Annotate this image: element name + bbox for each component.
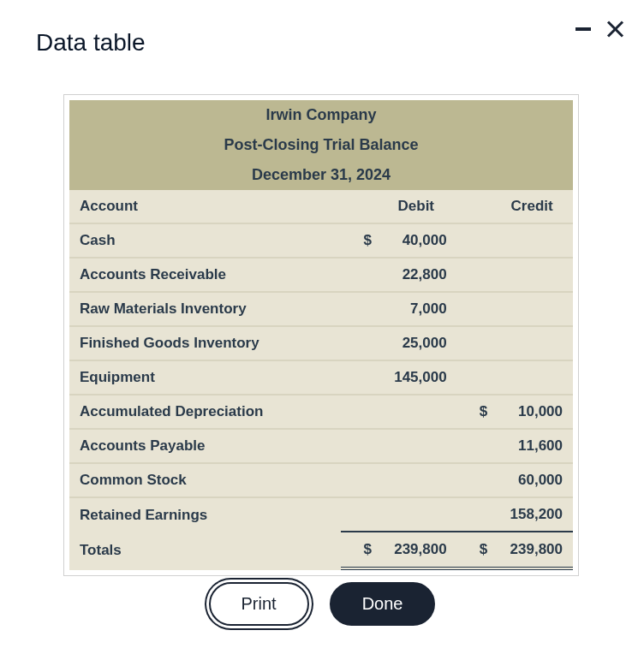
account-name: Common Stock — [69, 463, 341, 497]
table-header-company: Irwin Company — [69, 100, 573, 130]
debit-value: 7,000 — [375, 292, 457, 326]
print-button[interactable]: Print — [209, 582, 309, 626]
credit-value: 10,000 — [491, 395, 573, 429]
debit-symbol — [341, 395, 375, 429]
debit-value: 22,800 — [375, 258, 457, 292]
credit-symbol — [457, 326, 492, 360]
done-button[interactable]: Done — [330, 582, 436, 626]
debit-value — [375, 395, 457, 429]
table-row: Finished Goods Inventory 25,000 — [69, 326, 573, 360]
totals-credit: 239,800 — [491, 532, 573, 568]
account-name: Accounts Receivable — [69, 258, 341, 292]
debit-symbol — [341, 497, 375, 532]
table-row: Accumulated Depreciation $ 10,000 — [69, 395, 573, 429]
table-row: Common Stock 60,000 — [69, 463, 573, 497]
totals-debit-symbol: $ — [341, 532, 375, 568]
debit-value — [375, 463, 457, 497]
totals-row: Totals $ 239,800 $ 239,800 — [69, 532, 573, 568]
credit-symbol — [457, 223, 492, 258]
window-controls — [575, 21, 623, 38]
credit-symbol — [457, 292, 492, 326]
account-name: Equipment — [69, 360, 341, 395]
table-row: Retained Earnings 158,200 — [69, 497, 573, 532]
credit-value — [491, 258, 573, 292]
button-bar: Print Done — [0, 582, 644, 626]
table-row: Raw Materials Inventory 7,000 — [69, 292, 573, 326]
close-icon[interactable] — [606, 21, 623, 38]
report-name: Post-Closing Trial Balance — [69, 130, 573, 160]
debit-symbol — [341, 292, 375, 326]
table-row: Accounts Payable 11,600 — [69, 429, 573, 463]
debit-value: 40,000 — [375, 223, 457, 258]
credit-symbol: $ — [457, 395, 492, 429]
debit-value — [375, 429, 457, 463]
credit-value: 158,200 — [491, 497, 573, 532]
debit-value — [375, 497, 457, 532]
minimize-icon[interactable] — [575, 27, 591, 31]
account-name: Finished Goods Inventory — [69, 326, 341, 360]
debit-symbol — [341, 326, 375, 360]
account-name: Raw Materials Inventory — [69, 292, 341, 326]
credit-value — [491, 223, 573, 258]
credit-symbol — [457, 429, 492, 463]
account-name: Retained Earnings — [69, 497, 341, 532]
col-credit: Credit — [491, 190, 573, 223]
totals-debit: 239,800 — [375, 532, 457, 568]
debit-symbol — [341, 463, 375, 497]
debit-symbol — [341, 429, 375, 463]
credit-symbol — [457, 258, 492, 292]
debit-symbol: $ — [341, 223, 375, 258]
table-row: Equipment 145,000 — [69, 360, 573, 395]
report-date: December 31, 2024 — [69, 160, 573, 190]
table-header-date: December 31, 2024 — [69, 160, 573, 190]
company-name: Irwin Company — [69, 100, 573, 130]
column-headers: Account Debit Credit — [69, 190, 573, 223]
table-header-report: Post-Closing Trial Balance — [69, 130, 573, 160]
table-row: Accounts Receivable 22,800 — [69, 258, 573, 292]
account-name: Accumulated Depreciation — [69, 395, 341, 429]
totals-credit-symbol: $ — [457, 532, 492, 568]
debit-value: 25,000 — [375, 326, 457, 360]
credit-symbol — [457, 360, 492, 395]
totals-label: Totals — [69, 532, 341, 568]
debit-symbol — [341, 258, 375, 292]
account-name: Cash — [69, 223, 341, 258]
trial-balance-table: Irwin Company Post-Closing Trial Balance… — [63, 94, 579, 576]
col-account: Account — [69, 190, 341, 223]
debit-value: 145,000 — [375, 360, 457, 395]
page-title: Data table — [36, 29, 146, 56]
debit-symbol — [341, 360, 375, 395]
credit-value — [491, 292, 573, 326]
credit-symbol — [457, 463, 492, 497]
credit-symbol — [457, 497, 492, 532]
credit-value — [491, 326, 573, 360]
account-name: Accounts Payable — [69, 429, 341, 463]
col-debit: Debit — [375, 190, 457, 223]
credit-value: 60,000 — [491, 463, 573, 497]
table-row: Cash $ 40,000 — [69, 223, 573, 258]
credit-value — [491, 360, 573, 395]
credit-value: 11,600 — [491, 429, 573, 463]
